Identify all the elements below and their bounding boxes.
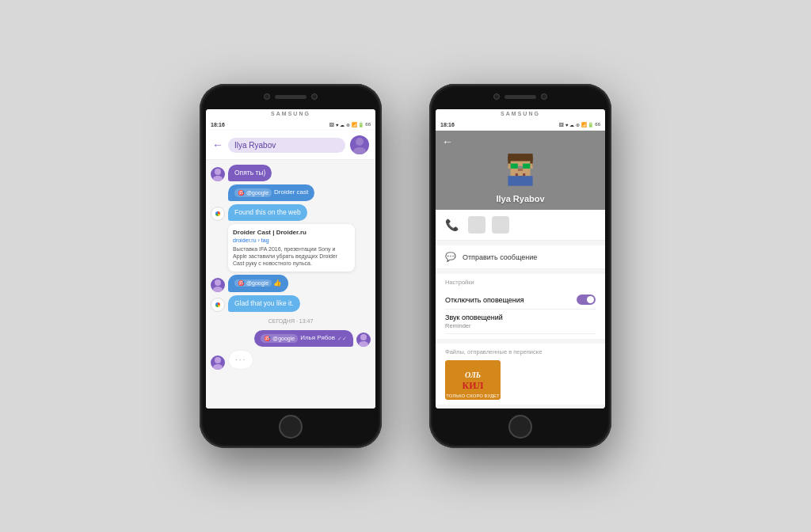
status-icons-1: 🖼 ♥ ☁ ⊛ 📶 🔋 66 xyxy=(329,122,371,127)
status-time-2: 18:16 xyxy=(440,122,455,127)
msg-row-1: Опять ты) xyxy=(211,165,371,181)
bubble-3: Found this on the web xyxy=(228,204,307,221)
battery-pct-2: 66 xyxy=(595,122,600,127)
home-button-2[interactable] xyxy=(508,415,532,439)
svg-rect-16 xyxy=(511,164,518,169)
home-button[interactable] xyxy=(279,415,303,439)
msg-avatar-1 xyxy=(211,167,225,181)
svg-point-0 xyxy=(356,138,364,146)
status-icons-right-1: 🖼 ♥ ☁ ⊛ 📶 🔋 xyxy=(329,122,364,127)
status-bar-1: 18:16 🖼 ♥ ☁ ⊛ 📶 🔋 66 xyxy=(206,118,375,131)
typing-indicator: ··· xyxy=(211,350,371,370)
front-camera-2 xyxy=(493,93,500,100)
google-avatar-2 xyxy=(211,298,225,312)
google-avatar-1 xyxy=(211,207,225,221)
status-time-1: 18:16 xyxy=(211,122,225,127)
svg-point-10 xyxy=(215,357,221,363)
chat-screen: ← Ilya Ryabov xyxy=(206,131,375,408)
profile-actions: 📞 xyxy=(436,210,605,241)
contact-avatar xyxy=(350,135,369,154)
settings-title: Настройки xyxy=(445,279,596,286)
typing-bubble: ··· xyxy=(228,350,253,370)
mute-toggle[interactable] xyxy=(577,294,596,305)
files-section: Файлы, отправленные в переписке ОЛЬ КИЛ … xyxy=(436,344,605,405)
web-card-url: droider.ru › tag xyxy=(233,238,350,243)
action-icon-1[interactable] xyxy=(468,216,485,234)
profile-screen: ← xyxy=(436,131,605,408)
svg-point-6 xyxy=(213,287,223,292)
battery-pct-1: 66 xyxy=(365,122,371,127)
phone-icon[interactable]: 📞 xyxy=(445,218,459,231)
toggle-knob xyxy=(587,296,594,303)
svg-rect-20 xyxy=(516,173,518,176)
send-message-item[interactable]: 💬 Отправить сообщение xyxy=(436,245,605,269)
profile-header: ← xyxy=(436,131,605,210)
send-message-label: Отправить сообщение xyxy=(463,253,596,261)
front-camera xyxy=(264,93,270,100)
svg-point-11 xyxy=(213,364,223,370)
msg-row-6: 🎯 @google Илья Рябов ✓✓ xyxy=(211,330,371,347)
svg-point-1 xyxy=(353,147,366,154)
phone2-top-bar xyxy=(493,93,547,100)
svg-point-2 xyxy=(215,169,221,175)
svg-rect-23 xyxy=(508,176,532,186)
svg-rect-24 xyxy=(508,164,510,169)
phone-2: SAMSUNG 18:16 🖼 ♥ ☁ ⊛ 📶 🔋 66 ← xyxy=(429,84,611,448)
svg-point-8 xyxy=(360,334,367,340)
msg-row-4: 🎯 @google 👍 xyxy=(211,275,371,291)
files-thumbnail[interactable]: ОЛЬ КИЛ ТОЛЬКО СКОРО БУДЕТ xyxy=(445,360,501,400)
typing-avatar xyxy=(211,355,225,370)
web-card[interactable]: Droider Cast | Droider.ru droider.ru › t… xyxy=(228,224,355,272)
phone1-screen: SAMSUNG 18:16 🖼 ♥ ☁ ⊛ 📶 🔋 66 ← Ilya Ryab… xyxy=(206,109,375,408)
phone1-top-bar xyxy=(264,93,318,100)
sound-setting-content: Звук оповещений Reminder xyxy=(445,314,503,329)
mute-label: Отключить оповещения xyxy=(445,296,524,304)
status-icons-2: 🖼 ♥ ☁ ⊛ 📶 🔋 66 xyxy=(559,122,600,127)
front-sensor-2 xyxy=(541,93,547,100)
sound-setting-row[interactable]: Звук оповещений Reminder xyxy=(445,310,596,334)
chat-messages: Опять ты) 🎯 @google Droider cast xyxy=(206,160,375,407)
profile-back-button[interactable]: ← xyxy=(442,135,453,148)
svg-text:КИЛ: КИЛ xyxy=(463,380,484,391)
svg-text:ОЛЬ: ОЛЬ xyxy=(465,370,481,379)
phones-container: SAMSUNG 18:16 🖼 ♥ ☁ ⊛ 📶 🔋 66 ← Ilya Ryab… xyxy=(200,84,611,448)
svg-text:ТОЛЬКО СКОРО БУДЕТ: ТОЛЬКО СКОРО БУДЕТ xyxy=(446,393,500,398)
action-icon-2[interactable] xyxy=(492,216,509,234)
svg-rect-17 xyxy=(523,164,530,169)
settings-section: Настройки Отключить оповещения Звук опов… xyxy=(436,274,605,339)
svg-point-5 xyxy=(215,279,221,286)
svg-rect-13 xyxy=(508,154,532,161)
web-card-desc: Выставка IFA 2016, презентации Sony и Ap… xyxy=(233,245,350,267)
svg-rect-19 xyxy=(518,169,523,171)
svg-rect-25 xyxy=(531,164,533,169)
msg-row-5: Glad that you like it. xyxy=(211,295,371,312)
chat-header: ← Ilya Ryabov xyxy=(206,131,375,160)
front-sensor xyxy=(311,93,318,100)
mute-setting-row[interactable]: Отключить оповещения xyxy=(445,291,596,310)
thumbnail-svg: ОЛЬ КИЛ ТОЛЬКО СКОРО БУДЕТ xyxy=(445,360,501,400)
sound-value: Reminder xyxy=(445,322,503,329)
back-button[interactable]: ← xyxy=(212,139,223,151)
web-card-title: Droider Cast | Droider.ru xyxy=(233,229,350,236)
svg-point-3 xyxy=(213,176,223,181)
profile-menu: 💬 Отправить сообщение xyxy=(436,245,605,269)
samsung-brand-2: SAMSUNG xyxy=(436,109,605,118)
pixel-avatar xyxy=(501,151,540,191)
bubble-4: 🎯 @google 👍 xyxy=(228,275,288,291)
status-bar-2: 18:16 🖼 ♥ ☁ ⊛ 📶 🔋 66 xyxy=(436,118,605,131)
speaker-2 xyxy=(504,95,536,99)
bubble-1: Опять ты) xyxy=(228,165,272,181)
svg-point-9 xyxy=(359,341,368,347)
samsung-brand-1: SAMSUNG xyxy=(206,109,375,118)
profile-name: Ilya Ryabov xyxy=(496,194,544,203)
files-title: Файлы, отправленные в переписке xyxy=(445,348,596,355)
sound-label: Звук оповещений xyxy=(445,314,503,321)
msg-row-3: Found this on the web xyxy=(211,204,371,221)
bubble-2: 🎯 @google Droider cast xyxy=(228,184,314,201)
svg-rect-21 xyxy=(523,173,525,176)
speaker xyxy=(275,95,307,99)
chat-input-bar: + ☺ ➤ xyxy=(206,407,375,408)
msg-avatar-4 xyxy=(211,278,225,292)
svg-rect-18 xyxy=(518,166,523,169)
chat-contact-name: Ilya Ryabov xyxy=(228,138,345,153)
